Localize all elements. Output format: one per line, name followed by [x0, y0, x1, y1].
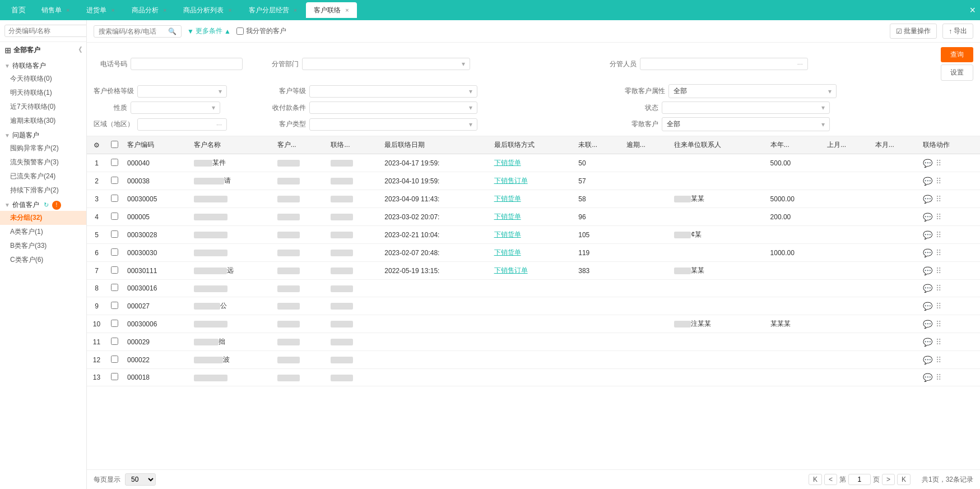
message-icon[interactable]: 💬	[923, 356, 932, 365]
row-checkbox[interactable]	[111, 177, 118, 184]
sidebar-item-today[interactable]: 今天待联络(0)	[0, 72, 86, 86]
tab-purchase[interactable]: 进货单 ×	[78, 2, 122, 18]
close-tab-sales[interactable]: ×	[66, 7, 69, 13]
sidebar-group-pending[interactable]: ▼ 待联络客户	[0, 58, 86, 72]
pay-select[interactable]: ▾	[309, 102, 477, 114]
person-select[interactable]: ···	[640, 58, 808, 70]
refresh-icon[interactable]: ↻	[44, 201, 49, 209]
last-page-btn[interactable]: K	[897, 474, 911, 485]
more-icon[interactable]: ⠿	[936, 195, 941, 204]
region-select[interactable]: ···	[137, 118, 227, 131]
more-conditions-btn[interactable]: ▼ 更多条件 ▲	[187, 26, 231, 36]
way-link[interactable]: 下销售订单	[494, 266, 528, 274]
per-page-select[interactable]: 50 100 200	[125, 473, 156, 486]
more-icon[interactable]: ⠿	[936, 302, 941, 311]
sidebar-item-class-a[interactable]: A类客户(1)	[0, 225, 86, 239]
row-checkbox[interactable]	[111, 338, 118, 345]
way-link[interactable]: 下销货单	[494, 159, 521, 167]
message-icon[interactable]: 💬	[923, 195, 932, 204]
phone-input[interactable]	[131, 58, 243, 70]
row-checkbox[interactable]	[111, 195, 118, 202]
message-icon[interactable]: 💬	[923, 338, 932, 347]
sidebar-item-tomorrow[interactable]: 明天待联络(1)	[0, 86, 86, 100]
message-icon[interactable]: 💬	[923, 284, 932, 293]
customer-search-input[interactable]	[99, 27, 166, 35]
dept-select[interactable]: ▾	[302, 58, 470, 70]
close-tab-customer-contact[interactable]: ×	[345, 7, 349, 13]
more-icon[interactable]: ⠿	[936, 213, 941, 222]
way-link[interactable]: 下销货单	[494, 230, 521, 238]
status-select[interactable]: ▾	[662, 102, 830, 114]
query-button[interactable]: 查询	[941, 47, 973, 62]
batch-op-button[interactable]: ☑ 批量操作	[890, 24, 937, 39]
message-icon[interactable]: 💬	[923, 159, 932, 168]
check-all-checkbox[interactable]	[111, 141, 118, 148]
more-icon[interactable]: ⠿	[936, 284, 941, 293]
tab-customer-contact[interactable]: 客户联络 ×	[306, 2, 356, 18]
search-icon[interactable]: 🔍	[168, 27, 177, 35]
col-settings[interactable]: ⚙	[87, 136, 106, 154]
row-checkbox[interactable]	[111, 266, 118, 274]
more-icon[interactable]: ⠿	[936, 266, 941, 275]
way-link[interactable]: 下销售订单	[494, 177, 528, 184]
row-checkbox[interactable]	[111, 320, 118, 327]
more-icon[interactable]: ⠿	[936, 356, 941, 365]
message-icon[interactable]: 💬	[923, 373, 932, 382]
way-link[interactable]: 下销货单	[494, 213, 521, 220]
price-select[interactable]: ▾	[137, 85, 227, 98]
more-icon[interactable]: ⠿	[936, 159, 941, 168]
sidebar-item-declining[interactable]: 持续下滑客户(2)	[0, 183, 86, 197]
close-tab-analysis[interactable]: ×	[163, 7, 166, 13]
first-page-btn[interactable]: K	[809, 474, 822, 485]
retail-select[interactable]: 全部 ▾	[668, 84, 837, 98]
nav-home[interactable]: 首页	[4, 5, 32, 15]
message-icon[interactable]: 💬	[923, 213, 932, 222]
way-link[interactable]: 下销货单	[494, 248, 521, 256]
retail2-select[interactable]: 全部 ▾	[662, 117, 830, 131]
message-icon[interactable]: 💬	[923, 177, 932, 186]
message-icon[interactable]: 💬	[923, 248, 932, 257]
row-checkbox[interactable]	[111, 302, 118, 309]
sidebar-item-unclassified[interactable]: 未分组(32)	[0, 211, 86, 225]
more-icon[interactable]: ⠿	[936, 373, 941, 382]
message-icon[interactable]: 💬	[923, 266, 932, 275]
page-number-input[interactable]	[848, 474, 871, 485]
type-select[interactable]: ▾	[309, 118, 477, 131]
next-page-btn[interactable]: >	[882, 474, 895, 485]
sidebar-item-class-b[interactable]: B类客户(33)	[0, 239, 86, 253]
row-checkbox[interactable]	[111, 230, 118, 238]
sidebar-search-input[interactable]	[4, 25, 87, 37]
row-checkbox[interactable]	[111, 373, 118, 380]
close-app-button[interactable]: ×	[969, 4, 976, 16]
tab-customer-segment[interactable]: 客户分层经营 ×	[241, 2, 305, 18]
message-icon[interactable]: 💬	[923, 230, 932, 239]
sidebar-all-customers[interactable]: ⊞ 全部客户 《	[0, 42, 86, 58]
message-icon[interactable]: 💬	[923, 320, 932, 329]
more-icon[interactable]: ⠿	[936, 320, 941, 329]
sidebar-group-value[interactable]: ▼ 价值客户 ↻ !	[0, 197, 86, 211]
tab-analysis-list[interactable]: 商品分析列表 ×	[175, 2, 239, 18]
more-icon[interactable]: ⠿	[936, 230, 941, 239]
close-tab-purchase[interactable]: ×	[111, 7, 114, 13]
sidebar-item-hoarding-abnormal[interactable]: 囤购异常客户(2)	[0, 141, 86, 155]
row-checkbox[interactable]	[111, 284, 118, 291]
tab-sales[interactable]: 销售单 ×	[34, 2, 77, 18]
message-icon[interactable]: 💬	[923, 302, 932, 311]
export-button[interactable]: ↑ 导出	[942, 24, 973, 39]
sidebar-item-7days[interactable]: 近7天待联络(0)	[0, 100, 86, 114]
sidebar-collapse-btn[interactable]: 《	[75, 45, 82, 55]
prev-page-btn[interactable]: <	[824, 474, 837, 485]
more-icon[interactable]: ⠿	[936, 338, 941, 347]
level-select[interactable]: ▾	[309, 85, 477, 98]
sidebar-item-churn-warning[interactable]: 流失预警客户(3)	[0, 155, 86, 169]
close-tab-analysis-list[interactable]: ×	[228, 7, 231, 13]
close-tab-customer-segment[interactable]: ×	[294, 7, 297, 13]
row-checkbox[interactable]	[111, 248, 118, 256]
my-customers-checkbox[interactable]	[236, 27, 244, 35]
more-icon[interactable]: ⠿	[936, 248, 941, 257]
row-checkbox[interactable]	[111, 213, 118, 220]
tab-analysis[interactable]: 商品分析 ×	[124, 2, 174, 18]
sidebar-item-overdue[interactable]: 逾期未联络(30)	[0, 114, 86, 128]
sidebar-group-problem[interactable]: ▼ 问题客户	[0, 128, 86, 141]
reset-button[interactable]: 设置	[941, 64, 973, 81]
